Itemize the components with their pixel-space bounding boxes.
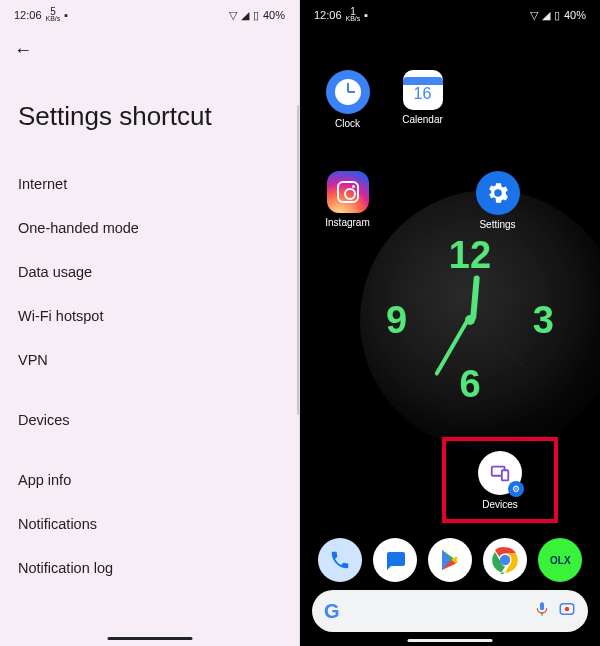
list-item[interactable]: Notifications (0, 502, 299, 546)
status-id-icon: ▪ (64, 9, 68, 21)
list-item[interactable]: App info (0, 458, 299, 502)
wifi-icon: ▽ (229, 9, 237, 22)
app-clock[interactable]: Clock (320, 70, 375, 129)
search-bar[interactable]: G (312, 590, 588, 632)
scrollbar[interactable] (297, 105, 299, 415)
clock-num-6: 6 (459, 363, 480, 406)
status-id-icon: ▪ (364, 9, 368, 21)
mic-icon[interactable] (534, 601, 550, 621)
wallpaper[interactable]: Clock 16 Calendar Instagram (300, 30, 600, 646)
app-label: Calendar (402, 114, 443, 125)
svg-rect-8 (540, 602, 544, 610)
gesture-pill[interactable] (408, 639, 493, 642)
status-time: 12:06 (14, 9, 42, 21)
shortcut-devices[interactable]: ⚙ Devices (478, 451, 522, 510)
list-item[interactable]: Data usage (0, 250, 299, 294)
battery-icon: ▯ (554, 9, 560, 22)
clock-icon (326, 70, 370, 114)
clock-num-3: 3 (533, 299, 554, 342)
dock-chrome[interactable] (483, 538, 527, 582)
battery-pct: 40% (263, 9, 285, 21)
status-bar: 12:06 5 KB/s ▪ ▽ ◢ ▯ 40% (0, 0, 299, 30)
dock-play-store[interactable] (428, 538, 472, 582)
app-label: Instagram (325, 217, 369, 228)
app-settings[interactable]: Settings (470, 171, 525, 230)
list-item[interactable]: Devices (0, 398, 299, 442)
list-item[interactable]: Internet (0, 162, 299, 206)
dock: OLX (300, 538, 600, 582)
list-item[interactable]: Wi-Fi hotspot (0, 294, 299, 338)
gear-icon (476, 171, 520, 215)
gear-badge-icon: ⚙ (508, 481, 524, 497)
battery-pct: 40% (564, 9, 586, 21)
list-item[interactable]: VPN (0, 338, 299, 382)
olx-label: OLX (550, 555, 571, 566)
second-hand (469, 320, 523, 366)
app-calendar[interactable]: 16 Calendar (395, 70, 450, 129)
lens-icon[interactable] (558, 600, 576, 622)
calendar-icon: 16 (403, 70, 443, 110)
signal-icon: ◢ (241, 9, 249, 22)
svg-point-11 (565, 607, 570, 612)
back-button[interactable]: ← (0, 30, 299, 61)
battery-icon: ▯ (253, 9, 259, 22)
devices-icon: ⚙ (478, 451, 522, 495)
svg-rect-4 (502, 470, 508, 480)
clock-num-12: 12 (449, 234, 491, 277)
clock-num-9: 9 (386, 299, 407, 342)
app-instagram[interactable]: Instagram (320, 171, 375, 230)
list-item[interactable]: Notification log (0, 546, 299, 590)
status-net: 5 KB/s (46, 8, 61, 22)
home-screen: 12:06 1 KB/s ▪ ▽ ◢ ▯ 40% Clock (300, 0, 600, 646)
app-label: Settings (479, 219, 515, 230)
wifi-icon: ▽ (530, 9, 538, 22)
hour-hand (470, 275, 480, 320)
dock-phone[interactable] (318, 538, 362, 582)
status-net: 1 KB/s (346, 8, 361, 22)
clock-widget[interactable]: 12 3 6 9 (390, 240, 550, 400)
status-bar: 12:06 1 KB/s ▪ ▽ ◢ ▯ 40% (300, 0, 600, 30)
instagram-icon (327, 171, 369, 213)
shortcut-list: Internet One-handed mode Data usage Wi-F… (0, 162, 299, 590)
shortcut-label: Devices (482, 499, 518, 510)
status-time: 12:06 (314, 9, 342, 21)
page-title: Settings shortcut (0, 61, 299, 162)
google-logo-icon: G (324, 600, 340, 623)
highlight-box: ⚙ Devices (442, 437, 558, 523)
dock-messages[interactable] (373, 538, 417, 582)
signal-icon: ◢ (542, 9, 550, 22)
dock-olx[interactable]: OLX (538, 538, 582, 582)
list-item[interactable]: One-handed mode (0, 206, 299, 250)
app-label: Clock (335, 118, 360, 129)
clock-pivot (465, 315, 475, 325)
gesture-pill[interactable] (107, 637, 192, 640)
settings-shortcut-screen: 12:06 5 KB/s ▪ ▽ ◢ ▯ 40% ← Settings shor… (0, 0, 300, 646)
arrow-left-icon: ← (14, 40, 32, 60)
